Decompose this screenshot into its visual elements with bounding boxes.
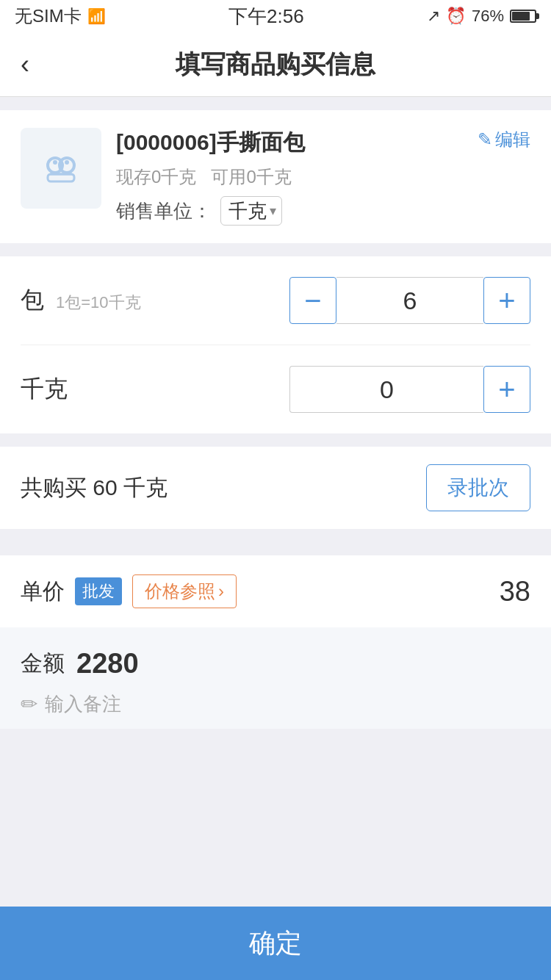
summary-section: 共购买 60 千克 录批次 <box>0 447 551 529</box>
kilogram-row: 千克 + <box>21 345 530 433</box>
price-section: 单价 批发 价格参照 › 38 <box>0 555 551 627</box>
unit-select[interactable]: 千克 <box>220 196 282 226</box>
package-label: 包 1包=10千克 <box>21 284 141 317</box>
note-icon: ✏ <box>21 692 37 716</box>
price-value: 38 <box>500 576 530 608</box>
back-button[interactable]: ‹ <box>21 49 29 80</box>
package-controls: − + <box>289 277 530 324</box>
alarm-icon: ⏰ <box>446 7 466 26</box>
battery-label: 76% <box>472 7 504 26</box>
package-decrement-button[interactable]: − <box>289 277 336 324</box>
batch-record-button[interactable]: 录批次 <box>426 464 530 511</box>
svg-rect-5 <box>48 174 74 181</box>
price-label: 单价 <box>21 577 65 607</box>
divider-summary-top <box>0 433 551 447</box>
summary-text: 共购买 60 千克 <box>21 473 168 503</box>
location-icon: ↗ <box>427 7 440 26</box>
amount-row: 金额 2280 <box>21 648 530 680</box>
empty-area <box>0 729 551 934</box>
unit-select-wrap[interactable]: 千克 <box>220 196 282 226</box>
battery-icon <box>510 10 536 23</box>
package-increment-button[interactable]: + <box>483 277 530 324</box>
kilogram-label: 千克 <box>21 373 68 406</box>
status-time: 下午2:56 <box>228 4 304 29</box>
amount-section: 金额 2280 ✏ 输入备注 <box>0 627 551 729</box>
amount-label: 金额 <box>21 649 65 679</box>
svg-point-2 <box>53 160 57 165</box>
price-ref-arrow: › <box>218 581 224 602</box>
package-row: 包 1包=10千克 − + <box>21 256 530 345</box>
product-info: [0000006]手撕面包 现存0千克 可用0千克 销售单位： 千克 <box>116 128 530 226</box>
package-input[interactable] <box>336 277 483 324</box>
product-name: [0000006]手撕面包 <box>116 128 530 158</box>
divider-mid <box>0 243 551 256</box>
wifi-icon: 📶 <box>87 7 106 25</box>
input-section: 包 1包=10千克 − + 千克 + <box>0 256 551 433</box>
package-sub: 1包=10千克 <box>56 292 141 314</box>
confirm-button-label: 确定 <box>249 926 302 962</box>
price-label-group: 单价 批发 价格参照 › <box>21 574 237 608</box>
edit-button[interactable]: ✎ 编辑 <box>478 128 530 151</box>
kilogram-input[interactable] <box>289 366 483 413</box>
price-ref-button[interactable]: 价格参照 › <box>132 574 237 608</box>
page-title: 填写商品购买信息 <box>176 48 375 82</box>
status-right: ↗ ⏰ 76% <box>427 7 536 26</box>
edit-icon: ✎ <box>478 129 492 150</box>
price-tag: 批发 <box>75 577 122 605</box>
nav-bar: ‹ 填写商品购买信息 <box>0 32 551 97</box>
status-left: 无SIM卡 📶 <box>15 4 106 28</box>
note-row[interactable]: ✏ 输入备注 <box>21 691 530 717</box>
note-placeholder: 输入备注 <box>45 691 121 717</box>
confirm-button[interactable]: 确定 <box>0 907 551 980</box>
amount-value: 2280 <box>76 648 139 680</box>
kilogram-increment-button[interactable]: + <box>483 366 530 413</box>
product-thumbnail <box>21 128 101 209</box>
divider-price-top <box>0 529 551 542</box>
svg-point-3 <box>65 160 69 165</box>
divider-top <box>0 97 551 110</box>
product-card: [0000006]手撕面包 现存0千克 可用0千克 销售单位： 千克 ✎ 编辑 <box>0 110 551 243</box>
product-unit-row: 销售单位： 千克 <box>116 196 530 226</box>
status-bar: 无SIM卡 📶 下午2:56 ↗ ⏰ 76% <box>0 0 551 32</box>
product-stock: 现存0千克 可用0千克 <box>116 165 530 189</box>
kilogram-controls: + <box>289 366 530 413</box>
carrier-label: 无SIM卡 <box>15 4 82 28</box>
product-logo-icon <box>39 146 83 190</box>
